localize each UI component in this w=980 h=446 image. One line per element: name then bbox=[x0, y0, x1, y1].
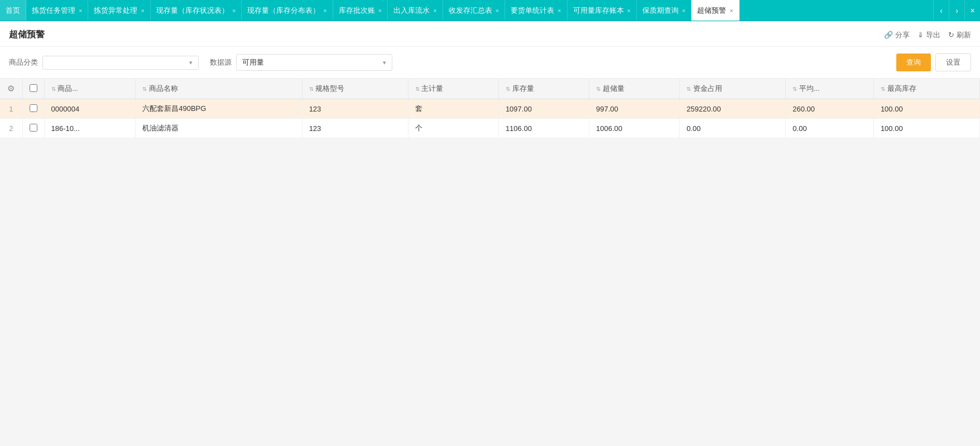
table-container: ⚙ ⇅ 商品... ⇅ 商品名称 ⇅ 规格型号 bbox=[0, 79, 980, 138]
nav-order-stats[interactable]: 要货单统计表 × bbox=[505, 0, 567, 21]
cell-overstock: 1006.00 bbox=[589, 119, 680, 138]
filter-actions: 查询 设置 bbox=[896, 54, 971, 71]
datasource-select-value: 可用量 bbox=[242, 57, 264, 67]
gear-icon[interactable]: ⚙ bbox=[7, 84, 15, 93]
nav-close-all[interactable]: × bbox=[964, 0, 980, 21]
export-button[interactable]: ⇓ 导出 bbox=[917, 30, 940, 40]
nav-stock-status[interactable]: 现存量（库存状况表） × bbox=[151, 0, 242, 21]
close-icon[interactable]: × bbox=[496, 7, 499, 14]
datasource-select[interactable]: 可用量 ▾ bbox=[236, 54, 392, 71]
close-icon[interactable]: × bbox=[558, 7, 561, 14]
close-icon[interactable]: × bbox=[729, 7, 733, 14]
cell-capital: 259220.00 bbox=[680, 99, 786, 119]
cell-avg: 0.00 bbox=[786, 119, 874, 138]
category-filter-group: 商品分类 ▾ bbox=[9, 56, 199, 70]
column-unit[interactable]: ⇅ 主计量 bbox=[408, 79, 498, 99]
column-max-stock[interactable]: ⇅ 最高库存 bbox=[873, 79, 979, 99]
nav-picking-task[interactable]: 拣货任务管理 × bbox=[26, 0, 88, 21]
sort-icon: ⇅ bbox=[309, 86, 314, 92]
filter-bar: 商品分类 ▾ 数据源 可用量 ▾ 查询 设置 bbox=[0, 47, 980, 79]
data-table: ⚙ ⇅ 商品... ⇅ 商品名称 ⇅ 规格型号 bbox=[0, 79, 980, 138]
sort-icon: ⇅ bbox=[792, 86, 797, 92]
sort-icon: ⇅ bbox=[596, 86, 601, 92]
cell-capital: 0.00 bbox=[680, 119, 786, 138]
sort-icon: ⇅ bbox=[415, 86, 420, 92]
cell-product-code: 186-10... bbox=[44, 119, 136, 138]
cell-spec: 123 bbox=[302, 119, 408, 138]
export-icon: ⇓ bbox=[917, 31, 924, 39]
cell-unit: 套 bbox=[408, 99, 498, 119]
close-icon[interactable]: × bbox=[682, 7, 685, 14]
column-product-code[interactable]: ⇅ 商品... bbox=[44, 79, 136, 99]
refresh-icon: ↻ bbox=[948, 31, 954, 39]
close-icon[interactable]: × bbox=[378, 7, 382, 14]
nav-stock-batch[interactable]: 库存批次账 × bbox=[333, 0, 388, 21]
share-button[interactable]: 🔗 分享 bbox=[884, 30, 910, 40]
close-icon[interactable]: × bbox=[232, 7, 236, 14]
sort-icon: ⇅ bbox=[51, 86, 56, 92]
settings-button[interactable]: 设置 bbox=[935, 54, 971, 71]
sort-icon: ⇅ bbox=[686, 86, 691, 92]
table-body: 1 0000004 六配套新昌490BPG 123 套 1097.00 997.… bbox=[0, 99, 980, 138]
table-row: 1 0000004 六配套新昌490BPG 123 套 1097.00 997.… bbox=[0, 99, 980, 119]
nav-next-arrow[interactable]: › bbox=[949, 0, 964, 21]
sort-icon: ⇅ bbox=[506, 86, 510, 92]
nav-home[interactable]: 首页 bbox=[0, 0, 26, 21]
nav-expiry-query[interactable]: 保质期查询 × bbox=[637, 0, 691, 21]
column-capital[interactable]: ⇅ 资金占用 bbox=[680, 79, 786, 99]
cell-product-name: 六配套新昌490BPG bbox=[136, 99, 302, 119]
select-all-checkbox[interactable] bbox=[30, 84, 37, 92]
nav-picking-exception[interactable]: 拣货异常处理 × bbox=[88, 0, 150, 21]
top-navigation: 首页 拣货任务管理 × 拣货异常处理 × 现存量（库存状况表） × 现存量（库存… bbox=[0, 0, 980, 21]
row-checkbox[interactable] bbox=[30, 104, 37, 112]
page-container: 超储预警 🔗 分享 ⇓ 导出 ↻ 刷新 商品分类 ▾ 数据源 bbox=[0, 21, 980, 138]
nav-available-stock[interactable]: 可用量库存账本 × bbox=[568, 0, 637, 21]
row-checkbox-cell bbox=[22, 99, 44, 119]
cell-product-code: 0000004 bbox=[44, 99, 136, 119]
close-icon[interactable]: × bbox=[79, 7, 82, 14]
nav-summary[interactable]: 收发存汇总表 × bbox=[443, 0, 505, 21]
datasource-filter-group: 数据源 可用量 ▾ bbox=[210, 54, 392, 71]
close-icon[interactable]: × bbox=[433, 7, 436, 14]
sort-icon: ⇅ bbox=[142, 86, 147, 92]
header-actions: 🔗 分享 ⇓ 导出 ↻ 刷新 bbox=[884, 30, 971, 40]
column-spec[interactable]: ⇅ 规格型号 bbox=[302, 79, 408, 99]
page-title: 超储预警 bbox=[9, 29, 45, 41]
nav-prev-arrow[interactable]: ‹ bbox=[933, 0, 949, 21]
nav-stock-dist[interactable]: 现存量（库存分布表） × bbox=[242, 0, 333, 21]
page-header: 超储预警 🔗 分享 ⇓ 导出 ↻ 刷新 bbox=[0, 21, 980, 47]
column-gear: ⚙ bbox=[0, 79, 22, 99]
nav-inout-flow[interactable]: 出入库流水 × bbox=[388, 0, 443, 21]
row-number: 2 bbox=[0, 119, 22, 138]
share-icon: 🔗 bbox=[884, 31, 893, 39]
datasource-label: 数据源 bbox=[210, 57, 232, 67]
refresh-button[interactable]: ↻ 刷新 bbox=[948, 30, 971, 40]
chevron-down-icon: ▾ bbox=[189, 59, 193, 66]
cell-avg: 260.00 bbox=[786, 99, 874, 119]
cell-overstock: 997.00 bbox=[589, 99, 680, 119]
cell-unit: 个 bbox=[408, 119, 498, 138]
query-button[interactable]: 查询 bbox=[896, 54, 931, 71]
category-select[interactable]: ▾ bbox=[42, 56, 199, 70]
cell-spec: 123 bbox=[302, 99, 408, 119]
nav-arrow-group: ‹ › × bbox=[933, 0, 980, 21]
cell-max-stock: 100.00 bbox=[873, 119, 979, 138]
cell-product-name: 机油滤清器 bbox=[136, 119, 302, 138]
column-overstock[interactable]: ⇅ 超储量 bbox=[589, 79, 680, 99]
close-icon[interactable]: × bbox=[627, 7, 631, 14]
column-product-name[interactable]: ⇅ 商品名称 bbox=[136, 79, 302, 99]
row-checkbox-cell bbox=[22, 119, 44, 138]
close-icon[interactable]: × bbox=[323, 7, 326, 14]
column-stock[interactable]: ⇅ 库存量 bbox=[498, 79, 589, 99]
column-select-all bbox=[22, 79, 44, 99]
table-row: 2 186-10... 机油滤清器 123 个 1106.00 1006.00 … bbox=[0, 119, 980, 138]
cell-stock: 1106.00 bbox=[498, 119, 589, 138]
cell-stock: 1097.00 bbox=[498, 99, 589, 119]
table-header-row: ⚙ ⇅ 商品... ⇅ 商品名称 ⇅ 规格型号 bbox=[0, 79, 980, 99]
row-checkbox[interactable] bbox=[30, 124, 37, 132]
column-avg[interactable]: ⇅ 平均... bbox=[786, 79, 874, 99]
category-label: 商品分类 bbox=[9, 57, 38, 67]
close-icon[interactable]: × bbox=[141, 7, 144, 14]
nav-overstock-warning[interactable]: 超储预警 × bbox=[691, 0, 739, 21]
chevron-down-icon: ▾ bbox=[383, 59, 386, 66]
